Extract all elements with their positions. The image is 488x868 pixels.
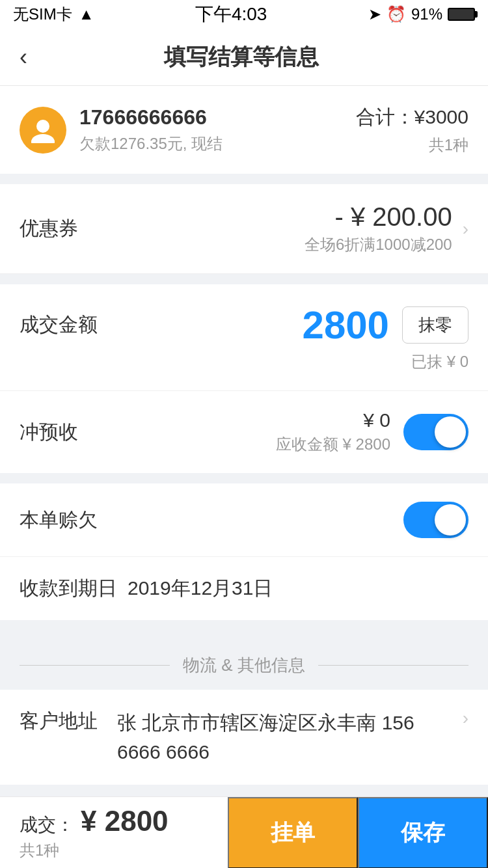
round-button[interactable]: 抹零	[402, 306, 468, 344]
precollect-row: 冲预收 ¥ 0 应收金额 ¥ 2800	[20, 409, 468, 455]
coupon-label: 优惠券	[20, 215, 78, 242]
status-time: 下午4:03	[195, 2, 267, 27]
divider-line-left	[20, 665, 170, 666]
duedate-section: 收款到期日 2019年12月31日	[0, 556, 488, 620]
back-button[interactable]: ‹	[20, 44, 27, 71]
precollect-amount: ¥ 0	[276, 409, 390, 431]
alarm-icon: ⏰	[386, 5, 406, 23]
divider-line-right	[318, 665, 468, 666]
duedate-value: 2019年12月31日	[128, 575, 273, 602]
summary-amount: ¥ 2800	[81, 805, 169, 837]
address-section[interactable]: 客户地址 张 北京市市辖区海淀区永丰南 156 6666 6666 ›	[0, 690, 488, 785]
save-button[interactable]: 保存	[358, 797, 488, 869]
transaction-label: 成交金额	[20, 312, 98, 338]
status-right: ➤ ⏰ 91%	[368, 5, 475, 23]
precollect-sub: 应收金额 ¥ 2800	[276, 434, 390, 455]
coupon-amount: - ¥ 200.00	[305, 202, 452, 232]
credit-toggle-knob	[435, 504, 466, 536]
customer-left: 17666666666 欠款1276.35元, 现结	[20, 105, 223, 154]
credit-toggle[interactable]	[403, 502, 468, 538]
chevron-right-icon: ›	[463, 219, 468, 239]
customer-right: 合计：¥3000 共1种	[356, 104, 468, 156]
coupon-amount-group: - ¥ 200.00 全场6折满1000减200	[305, 202, 452, 255]
section-divider-1	[0, 274, 488, 284]
svg-point-1	[31, 134, 55, 143]
transaction-sub: 已抹 ¥ 0	[20, 351, 468, 372]
status-bar: 无SIM卡 ▲ 下午4:03 ➤ ⏰ 91%	[0, 0, 488, 29]
status-left: 无SIM卡 ▲	[13, 4, 94, 25]
coupon-sub: 全场6折满1000减200	[305, 234, 452, 255]
duedate-label: 收款到期日	[20, 575, 117, 602]
wifi-icon: ▲	[79, 5, 94, 23]
total-amount: 合计：¥3000	[356, 104, 468, 131]
address-chevron-icon: ›	[463, 708, 468, 729]
address-value: 张 北京市市辖区海淀区永丰南 156 6666 6666	[117, 708, 463, 766]
credit-label: 本单赊欠	[20, 507, 98, 534]
section-divider-2	[0, 473, 488, 483]
battery-label: 91%	[411, 5, 442, 23]
svg-point-0	[36, 120, 49, 133]
customer-sub-info: 欠款1276.35元, 现结	[79, 133, 223, 154]
toggle-knob	[435, 416, 466, 448]
carrier-label: 无SIM卡	[13, 4, 72, 25]
logistics-label: 物流 & 其他信息	[183, 654, 305, 677]
nav-bar: ‹ 填写结算等信息	[0, 29, 488, 86]
bottom-bar: 成交： ¥ 2800 共1种 挂单 保存	[0, 796, 488, 868]
customer-info: 17666666666 欠款1276.35元, 现结	[79, 105, 223, 154]
precollect-section: 冲预收 ¥ 0 应收金额 ¥ 2800	[0, 391, 488, 473]
credit-section: 本单赊欠	[0, 483, 488, 556]
page-title: 填写结算等信息	[40, 42, 442, 72]
transaction-right: 2800 抹零	[303, 303, 468, 347]
transaction-row: 成交金额 2800 抹零	[20, 303, 468, 347]
section-divider-3	[0, 620, 488, 631]
avatar	[20, 107, 66, 154]
total-count: 共1种	[356, 135, 468, 156]
precollect-amount-group: ¥ 0 应收金额 ¥ 2800	[276, 409, 390, 455]
customer-card: 17666666666 欠款1276.35元, 现结 合计：¥3000 共1种	[0, 86, 488, 174]
content-area: 17666666666 欠款1276.35元, 现结 合计：¥3000 共1种 …	[0, 86, 488, 868]
logistics-divider: 物流 & 其他信息	[0, 641, 488, 690]
transaction-amount: 2800	[303, 303, 389, 347]
summary-top: 成交： ¥ 2800	[20, 805, 208, 837]
battery-icon	[448, 8, 475, 21]
address-label: 客户地址	[20, 708, 98, 735]
summary-label: 成交：	[20, 813, 74, 837]
coupon-right: - ¥ 200.00 全场6折满1000减200 ›	[305, 202, 468, 255]
bottom-summary: 成交： ¥ 2800 共1种	[0, 805, 228, 861]
location-icon: ➤	[368, 5, 381, 23]
hold-button[interactable]: 挂单	[228, 797, 358, 869]
precollect-toggle[interactable]	[403, 414, 468, 450]
precollect-label: 冲预收	[20, 419, 78, 446]
summary-count: 共1种	[20, 840, 208, 861]
duedate-row: 收款到期日 2019年12月31日	[20, 575, 468, 602]
customer-phone: 17666666666	[79, 105, 223, 129]
precollect-right: ¥ 0 应收金额 ¥ 2800	[276, 409, 468, 455]
coupon-row[interactable]: 优惠券 - ¥ 200.00 全场6折满1000减200 ›	[0, 184, 488, 274]
transaction-section: 成交金额 2800 抹零 已抹 ¥ 0	[0, 284, 488, 391]
